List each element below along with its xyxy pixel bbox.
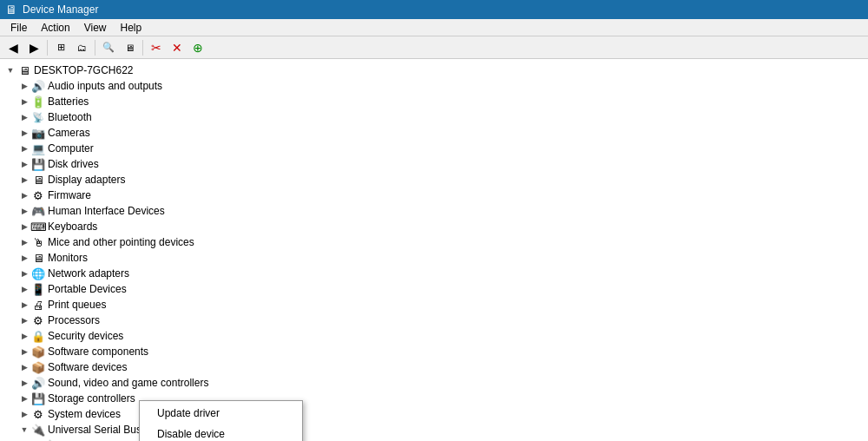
batteries-icon: 🔋 xyxy=(31,95,45,109)
hid-icon: 🎮 xyxy=(31,204,45,218)
toolbar-disable[interactable]: ✕ xyxy=(168,38,187,57)
monitors-label: Monitors xyxy=(48,252,88,264)
disk-icon: 💾 xyxy=(31,157,45,171)
batteries-expand[interactable]: ▶ xyxy=(17,95,31,109)
menu-action[interactable]: Action xyxy=(34,20,76,36)
processors-expand[interactable]: ▶ xyxy=(17,313,31,327)
toolbar-update[interactable]: ⊕ xyxy=(188,38,207,57)
tree-item-storage[interactable]: ▶ 💾 Storage controllers xyxy=(0,391,868,406)
softwaredev-label: Software devices xyxy=(48,361,127,373)
tree-item-disk[interactable]: ▶ 💾 Disk drives xyxy=(0,156,868,172)
toolbar-properties[interactable]: ⊞ xyxy=(51,38,70,57)
softwaredev-expand[interactable]: ▶ xyxy=(17,360,31,374)
root-label: DESKTOP-7GCH622 xyxy=(34,64,134,76)
audio-icon: 🔊 xyxy=(31,79,45,93)
sound-expand[interactable]: ▶ xyxy=(17,376,31,390)
tree-item-cameras[interactable]: ▶ 📷 Cameras xyxy=(0,125,868,141)
tree-item-portable[interactable]: ▶ 📱 Portable Devices xyxy=(0,281,868,297)
print-expand[interactable]: ▶ xyxy=(17,298,31,312)
menu-help[interactable]: Help xyxy=(114,20,149,36)
tree-item-bluetooth[interactable]: ▶ 📡 Bluetooth xyxy=(0,109,868,125)
softwarecomp-icon: 📦 xyxy=(31,345,45,359)
tree-item-network[interactable]: ▶ 🌐 Network adapters xyxy=(0,266,868,281)
tree-item-mice[interactable]: ▶ 🖱 Mice and other pointing devices xyxy=(0,234,868,250)
display-expand[interactable]: ▶ xyxy=(17,173,31,187)
tree-item-usb[interactable]: ▼ 🔌 Universal Serial Bus controllers xyxy=(0,422,868,438)
toolbar-scan[interactable]: 🔍 xyxy=(99,38,118,57)
monitors-expand[interactable]: ▶ xyxy=(17,251,31,265)
print-icon: 🖨 xyxy=(31,298,45,312)
storage-icon: 💾 xyxy=(31,392,45,405)
firmware-expand[interactable]: ▶ xyxy=(17,188,31,202)
toolbar-uninstall[interactable]: ✂ xyxy=(147,38,166,57)
root-icon: 🖥 xyxy=(17,63,31,77)
toolbar-sep-2 xyxy=(95,40,95,56)
tree-item-computer[interactable]: ▶ 💻 Computer xyxy=(0,141,868,156)
system-label: System devices xyxy=(48,408,121,420)
bluetooth-icon: 📡 xyxy=(31,110,45,124)
toolbar-add[interactable]: 🖥 xyxy=(120,38,139,57)
device-tree: ▼ 🖥 DESKTOP-7GCH622 ▶ 🔊 Audio inputs and… xyxy=(0,59,868,441)
portable-label: Portable Devices xyxy=(48,283,127,295)
menu-file[interactable]: File xyxy=(3,20,34,36)
tree-item-batteries[interactable]: ▶ 🔋 Batteries xyxy=(0,94,868,109)
tree-root[interactable]: ▼ 🖥 DESKTOP-7GCH622 xyxy=(0,63,868,78)
bluetooth-expand[interactable]: ▶ xyxy=(17,110,31,124)
disk-expand[interactable]: ▶ xyxy=(17,157,31,171)
tree-item-firmware[interactable]: ▶ ⚙ Firmware xyxy=(0,188,868,203)
ctx-update-driver[interactable]: Update driver xyxy=(140,403,302,424)
tree-item-intel-usb[interactable]: 🔌 Intel(R) USB 3.10 eXtensible Host Cont… xyxy=(0,438,868,441)
security-expand[interactable]: ▶ xyxy=(17,329,31,343)
menu-view[interactable]: View xyxy=(77,20,114,36)
audio-expand[interactable]: ▶ xyxy=(17,79,31,93)
title-bar: 🖥 Device Manager xyxy=(0,0,868,19)
keyboards-icon: ⌨ xyxy=(31,220,45,234)
tree-item-softwarecomp[interactable]: ▶ 📦 Software components xyxy=(0,344,868,359)
display-icon: 🖥 xyxy=(31,173,45,187)
bluetooth-label: Bluetooth xyxy=(48,111,92,123)
cameras-expand[interactable]: ▶ xyxy=(17,126,31,140)
root-expand[interactable]: ▼ xyxy=(3,63,17,77)
toolbar-back[interactable]: ◀ xyxy=(3,38,23,57)
tree-item-security[interactable]: ▶ 🔒 Security devices xyxy=(0,328,868,344)
toolbar: ◀ ▶ ⊞ 🗂 🔍 🖥 ✂ ✕ ⊕ xyxy=(0,36,868,59)
keyboards-label: Keyboards xyxy=(48,220,97,233)
tree-item-display[interactable]: ▶ 🖥 Display adapters xyxy=(0,172,868,188)
ctx-disable-device[interactable]: Disable device xyxy=(140,424,302,441)
hid-label: Human Interface Devices xyxy=(48,205,165,217)
hid-expand[interactable]: ▶ xyxy=(17,204,31,218)
usb-expand[interactable]: ▼ xyxy=(17,423,31,437)
tree-item-print[interactable]: ▶ 🖨 Print queues xyxy=(0,297,868,313)
mice-icon: 🖱 xyxy=(31,235,45,249)
tree-item-softwaredev[interactable]: ▶ 📦 Software devices xyxy=(0,359,868,375)
processors-icon: ⚙ xyxy=(31,313,45,327)
softwarecomp-label: Software components xyxy=(48,346,148,358)
system-expand[interactable]: ▶ xyxy=(17,407,31,421)
tree-item-sound[interactable]: ▶ 🔊 Sound, video and game controllers xyxy=(0,375,868,391)
security-icon: 🔒 xyxy=(31,329,45,343)
tree-item-system[interactable]: ▶ ⚙ System devices xyxy=(0,406,868,422)
tree-item-keyboards[interactable]: ▶ ⌨ Keyboards xyxy=(0,219,868,234)
toolbar-driver[interactable]: 🗂 xyxy=(72,38,91,57)
cameras-label: Cameras xyxy=(48,127,90,139)
storage-expand[interactable]: ▶ xyxy=(17,392,31,405)
portable-expand[interactable]: ▶ xyxy=(17,282,31,296)
monitors-icon: 🖥 xyxy=(31,251,45,265)
firmware-icon: ⚙ xyxy=(31,188,45,202)
tree-item-processors[interactable]: ▶ ⚙ Processors xyxy=(0,313,868,328)
display-label: Display adapters xyxy=(48,174,125,186)
network-expand[interactable]: ▶ xyxy=(17,267,31,280)
security-label: Security devices xyxy=(48,330,123,342)
network-icon: 🌐 xyxy=(31,267,45,280)
toolbar-forward[interactable]: ▶ xyxy=(24,38,43,57)
sound-label: Sound, video and game controllers xyxy=(48,377,208,389)
computer-expand[interactable]: ▶ xyxy=(17,142,31,155)
mice-expand[interactable]: ▶ xyxy=(17,235,31,249)
context-menu: Update driver Disable device Uninstall d… xyxy=(139,400,303,441)
softwarecomp-expand[interactable]: ▶ xyxy=(17,345,31,359)
softwaredev-icon: 📦 xyxy=(31,360,45,374)
title-bar-icon: 🖥 xyxy=(5,3,17,16)
tree-item-hid[interactable]: ▶ 🎮 Human Interface Devices xyxy=(0,203,868,219)
tree-item-monitors[interactable]: ▶ 🖥 Monitors xyxy=(0,250,868,266)
tree-item-audio[interactable]: ▶ 🔊 Audio inputs and outputs xyxy=(0,78,868,94)
